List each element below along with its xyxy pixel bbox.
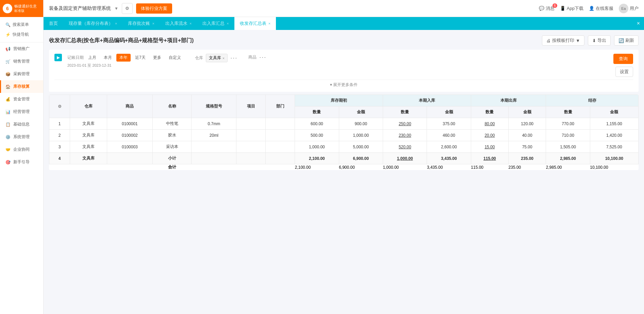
row-out-amt: 235.00: [509, 153, 546, 164]
row-in-qty[interactable]: 520.00: [383, 141, 427, 153]
row-project: [236, 118, 266, 130]
footer-label: 合计: [49, 164, 295, 170]
row-no: 2: [49, 130, 70, 141]
warehouse-tag: 文具库 ×: [206, 54, 228, 62]
row-out-amt: 75.00: [509, 141, 546, 153]
row-project: [236, 141, 266, 153]
sidebar-item-purchase[interactable]: 📦 采购管理: [0, 68, 43, 80]
row-bal-qty: 710.00: [546, 130, 590, 141]
row-in-qty[interactable]: 230.00: [383, 130, 427, 141]
tab-batch[interactable]: 库存批次账 ×: [122, 17, 160, 30]
goods-more-btn[interactable]: ···: [259, 54, 266, 61]
col-code-header: 商品: [107, 95, 153, 118]
export-icon: ⬇: [592, 38, 596, 43]
date-options-row: 记账日期 上月 本月 本年 近7天 更多 自定义: [67, 54, 184, 62]
tab-receive-summary[interactable]: 收发存汇总表 ×: [234, 17, 276, 30]
quick-nav-item[interactable]: ⚡ 快捷导航: [3, 30, 40, 39]
message-button[interactable]: 💬 消息 6: [539, 5, 555, 12]
query-button[interactable]: 查询: [613, 54, 633, 64]
row-bal-amt: 1,420.00: [590, 130, 638, 141]
footer-in-qty: 1,000.00: [383, 164, 427, 170]
row-out-qty[interactable]: 20.00: [471, 130, 508, 141]
warehouse-filter-group: 仓库 文具库 × ···: [195, 54, 237, 62]
sidebar-item-operations[interactable]: 📊 经营管理: [0, 105, 43, 118]
col-in-qty-header: 数量: [383, 106, 427, 118]
col-settings-header[interactable]: ⚙: [49, 95, 70, 118]
search-icon: 🔍: [5, 22, 11, 27]
sidebar-item-system[interactable]: ⚙️ 系统管理: [0, 131, 43, 143]
tabs-close-all[interactable]: ×: [633, 20, 644, 27]
tab-receive-summary-close[interactable]: ×: [268, 21, 270, 26]
col-warehouse-header: 仓库: [70, 95, 107, 118]
col-bal-amt-header: 金额: [590, 106, 638, 118]
warehouse-more-btn[interactable]: ···: [230, 54, 237, 62]
export-button[interactable]: ⬇ 导出: [588, 35, 611, 46]
row-no: 3: [49, 141, 70, 153]
refresh-button[interactable]: 🔄 刷新: [614, 35, 639, 46]
app-download-button[interactable]: 📱 App下载: [560, 5, 583, 12]
col-open-qty-header: 数量: [295, 106, 339, 118]
print-button[interactable]: 🖨 按模板打印 ▼: [542, 35, 584, 46]
date-btn-last-month[interactable]: 上月: [85, 54, 99, 62]
sidebar-item-sales[interactable]: 🛒 销售管理: [0, 55, 43, 68]
row-code: 0100001: [107, 118, 153, 130]
page-header: 收发存汇总表(按仓库+商品编码+商品+规格型号+项目+部门) 🖨 按模板打印 ▼…: [49, 35, 639, 46]
col-project-header: 项目: [236, 95, 266, 118]
sidebar-item-enterprise[interactable]: 🤝 企业协同: [0, 143, 43, 156]
table-row: 2文具库0100002胶水20ml500.001,000.00230.00460…: [49, 130, 639, 141]
date-btn-custom[interactable]: 自定义: [166, 54, 184, 62]
row-out-qty[interactable]: 80.00: [471, 118, 508, 130]
tab-inventory-dist-close[interactable]: ×: [115, 21, 117, 26]
logo-line1: 畅捷通好生意: [14, 4, 37, 9]
settings-gear-button[interactable]: ⚙: [122, 3, 133, 14]
date-btn-this-year[interactable]: 本年: [116, 54, 131, 62]
user-menu-button[interactable]: Ea 用户: [619, 4, 639, 13]
goods-filter-label: 商品: [248, 54, 257, 60]
filter-setting-button[interactable]: 设置: [615, 67, 633, 77]
col-out-group: 本期出库: [471, 95, 546, 106]
row-in-amt: 2,600.00: [427, 141, 471, 153]
tab-inout-flow-close[interactable]: ×: [189, 21, 192, 26]
tab-inout-flow[interactable]: 出入库流水 ×: [160, 17, 197, 30]
tab-inout-summary[interactable]: 出入库汇总 ×: [197, 17, 234, 30]
row-in-qty[interactable]: 1,000.00: [383, 153, 427, 164]
col-out-amt-header: 金额: [509, 106, 546, 118]
app-label: App下载: [567, 5, 583, 12]
tab-batch-close[interactable]: ×: [152, 21, 154, 26]
trial-button[interactable]: 体验行业方案: [136, 3, 172, 14]
col-bal-qty-header: 数量: [546, 106, 590, 118]
filter-expand-arrow[interactable]: ▶: [54, 54, 62, 61]
sidebar-item-operations-label: 经营管理: [13, 109, 30, 115]
warehouse-tag-remove[interactable]: ×: [222, 56, 225, 60]
topbar-dropdown-arrow[interactable]: ▼: [114, 6, 118, 11]
row-out-qty[interactable]: 15.00: [471, 141, 508, 153]
support-button[interactable]: 👤 在线客服: [589, 5, 613, 12]
expand-more-button[interactable]: ▾ 展开更多条件: [330, 82, 358, 88]
sidebar-item-basic[interactable]: 📋 基础信息: [0, 118, 43, 131]
tab-inout-flow-label: 出入库流水: [165, 20, 187, 27]
date-btn-this-month[interactable]: 本月: [101, 54, 115, 62]
tab-inout-summary-close[interactable]: ×: [227, 21, 229, 26]
row-out-amt: 40.00: [509, 130, 546, 141]
tab-batch-label: 库存批次账: [128, 20, 150, 27]
system-icon: ⚙️: [5, 134, 11, 140]
row-in-qty[interactable]: 250.00: [383, 118, 427, 130]
app-icon: 📱: [560, 6, 565, 11]
tab-home[interactable]: 首页: [44, 17, 63, 30]
row-name: 采访本: [152, 141, 192, 153]
tab-inventory-dist[interactable]: 现存量（库存分布表） ×: [63, 17, 122, 30]
date-btn-more[interactable]: 更多: [150, 54, 164, 62]
user-label: 用户: [630, 5, 639, 12]
sidebar-item-finance[interactable]: 💰 资金管理: [0, 93, 43, 105]
search-menu-item[interactable]: 🔍 搜索菜单: [3, 20, 40, 30]
sidebar-item-inventory[interactable]: 🏠 库存核算: [0, 80, 43, 93]
col-spec-header: 规格型号: [192, 95, 236, 118]
finance-icon: 💰: [5, 97, 11, 102]
sidebar-item-guide[interactable]: 🎯 新手引导: [0, 156, 43, 168]
row-out-qty[interactable]: 115.00: [471, 153, 508, 164]
row-bal-amt: 10,100.00: [590, 153, 638, 164]
sidebar-item-marketing-label: 营销推广: [13, 46, 30, 52]
sidebar-item-marketing[interactable]: 📢 营销推广: [0, 43, 43, 55]
topbar-left: 装备及固定资产辅助管理系统 ▼ ⚙ 体验行业方案: [49, 3, 172, 14]
date-btn-7days[interactable]: 近7天: [132, 54, 149, 62]
